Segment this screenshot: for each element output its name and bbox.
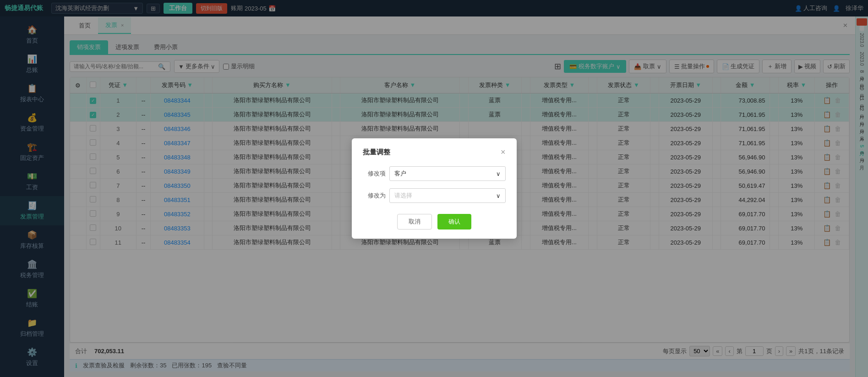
modal-close-btn[interactable]: × [501,148,506,157]
modal-overlay: 批量调整 × 修改项 客户 ∨ 修改为 请选择 ∨ 取消 确认 [0,0,868,377]
modify-value-label: 修改为 [363,191,386,200]
modal-cancel-btn[interactable]: 取消 [397,214,432,229]
modify-value-placeholder: 请选择 [394,191,412,200]
value-select-arrow-icon: ∨ [496,192,501,199]
modal-value-row: 修改为 请选择 ∨ [363,188,506,203]
modify-field-value: 客户 [394,169,406,178]
modify-field-select[interactable]: 客户 ∨ [389,166,506,181]
modify-value-select[interactable]: 请选择 ∨ [389,188,506,203]
modal-title: 批量调整 [363,148,390,157]
modal-header: 批量调整 × [363,148,506,157]
field-select-arrow-icon: ∨ [496,170,501,177]
modal-confirm-btn[interactable]: 确认 [437,214,471,229]
modal-field-row: 修改项 客户 ∨ [363,166,506,181]
modify-field-label: 修改项 [363,169,386,178]
batch-adjust-modal: 批量调整 × 修改项 客户 ∨ 修改为 请选择 ∨ 取消 确认 [352,138,517,239]
modal-footer: 取消 确认 [363,214,506,229]
